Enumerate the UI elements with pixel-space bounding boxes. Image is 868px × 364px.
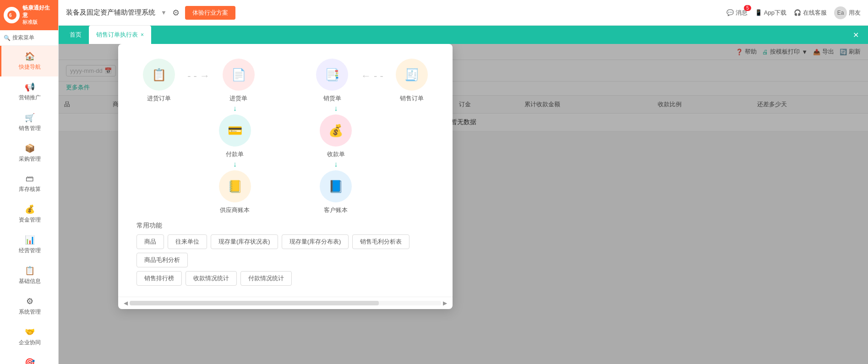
quick-btn-sales-rank[interactable]: 销售排行榜: [136, 271, 182, 286]
sidebar-item-marketing[interactable]: 📢 营销推广: [0, 76, 58, 107]
download-icon: 📱: [755, 9, 762, 16]
sidebar-item-operations[interactable]: 📊 经营管理: [0, 229, 58, 260]
flow-diagram: 📋 进货订单 - - → 📄: [136, 59, 434, 214]
tab-close-button[interactable]: ×: [141, 32, 144, 38]
customer-account-label: 客户账本: [324, 206, 348, 214]
message-action[interactable]: 💬 消息 5: [726, 9, 748, 17]
spacer-v2: [193, 104, 203, 113]
tab-sales-order[interactable]: 销售订单执行表 ×: [89, 26, 151, 44]
sidebar-item-enterprise[interactable]: 🤝 企业协同: [0, 321, 58, 352]
app-download-action[interactable]: 📱 App下载: [755, 9, 786, 17]
scroll-thumb: [130, 301, 379, 305]
arrow-sb-so: ← - -: [361, 70, 383, 82]
quick-btn-product[interactable]: 商品: [136, 234, 164, 249]
sidebar-item-basic-info[interactable]: 📋 基础信息: [0, 260, 58, 291]
receipt-bill-label: 收款单: [327, 150, 345, 158]
flow-item-supplier-account: 📒 供应商账本: [219, 170, 251, 214]
quick-btn-product-profit[interactable]: 商品毛利分析: [136, 253, 188, 267]
supplier-account-circle: 📒: [219, 170, 251, 202]
supplier-account-icon: 📒: [228, 179, 242, 194]
arrow-down-pay: ↓: [219, 160, 251, 168]
purchase-bill-label: 进货单: [229, 94, 247, 103]
app-name: 畅康通好生意: [22, 5, 55, 19]
payment-bill-icon: 💳: [228, 124, 242, 138]
flow-item-sales-bill: 📑 销货单: [316, 59, 348, 103]
inventory-icon: 🗃: [26, 174, 34, 184]
tab-home[interactable]: 首页: [62, 26, 89, 44]
spacer-va2-2: [193, 160, 203, 168]
enterprise-icon: 🤝: [25, 327, 35, 337]
operations-icon: 📊: [25, 235, 35, 245]
system-icon: ⚙: [26, 296, 33, 306]
online-service-action[interactable]: 🎧 在线客服: [794, 9, 827, 17]
sidebar-item-quick-nav[interactable]: 🏠 快捷导航: [0, 46, 58, 76]
spacer-va2-3: [267, 160, 304, 168]
content-body: ❓ 帮助 🖨 按模板打印 ▼ 📤 导出 🔄 刷新: [59, 44, 868, 364]
quick-btn-partner[interactable]: 往来单位: [168, 234, 207, 249]
quick-btn-payment-stats[interactable]: 付款情况统计: [240, 271, 292, 286]
sidebar-item-inventory[interactable]: 🗃 库存核算: [0, 168, 58, 199]
modal-overlay[interactable]: 📋 进货订单 - - → 📄: [59, 44, 868, 364]
spacer-v1: [145, 104, 177, 113]
quick-btn-sales-profit[interactable]: 销售毛利分析表: [352, 234, 409, 249]
sidebar-item-purchase[interactable]: 📦 采购管理: [0, 138, 58, 168]
purchase-bill-circle: 📄: [223, 59, 255, 91]
message-icon: 💬: [726, 9, 734, 16]
scroll-right-arrow[interactable]: ▶: [443, 300, 447, 306]
arrow-po-pb: - - →: [187, 70, 210, 82]
spacer-va2-1: [145, 160, 177, 168]
arrow-down-sb: ↓: [320, 104, 352, 113]
service-icon: 🎧: [794, 9, 801, 16]
sidebar-item-system[interactable]: ⚙ 系统管理: [0, 291, 58, 321]
quick-btn-receipt-stats[interactable]: 收款情况统计: [186, 271, 237, 286]
modal-body: 📋 进货订单 - - → 📄: [118, 44, 453, 297]
sidebar-item-sales[interactable]: 🛒 销售管理: [0, 107, 58, 138]
sales-order-label: 销售订单: [400, 94, 424, 103]
settings-icon[interactable]: ⚙: [172, 8, 180, 18]
flow-item-payment-bill: 💳 付款单: [219, 114, 251, 158]
user-avatar-action[interactable]: Ea 用友: [834, 6, 861, 19]
experience-button[interactable]: 体验行业方案: [185, 6, 235, 20]
quick-nav-icon: 🏠: [25, 51, 35, 61]
sidebar: 6 畅康通好生意 标准版 🔍 搜索菜单 🏠 快捷导航 📢 营销推广 🛒 销售管理: [0, 0, 59, 364]
system-title: 装备及固定资产辅助管理系统: [66, 8, 155, 17]
svg-point-0: [7, 11, 16, 20]
purchase-icon: 📦: [25, 143, 35, 153]
payment-bill-circle: 💳: [219, 114, 251, 147]
dropdown-icon[interactable]: ▼: [161, 9, 167, 16]
customer-account-circle: 📘: [320, 170, 352, 202]
supplier-account-label: 供应商账本: [220, 206, 250, 214]
main-content: 装备及固定资产辅助管理系统 ▼ ⚙ 体验行业方案 💬 消息 5 📱 App下载 …: [59, 0, 868, 364]
flow-modal: 📋 进货订单 - - → 📄: [118, 44, 453, 309]
sales-order-circle: 🧾: [396, 59, 428, 91]
logo-icon: 6: [4, 7, 20, 23]
basic-info-icon: 📋: [25, 266, 35, 276]
flow-item-sales-order: 🧾 销售订单: [396, 59, 428, 103]
quick-buttons-row2: 销售排行榜 收款情况统计 付款情况统计: [136, 271, 434, 286]
scroll-hint: ◀ ▶: [118, 297, 453, 309]
scroll-left-arrow[interactable]: ◀: [124, 300, 128, 306]
scroll-track: [130, 301, 441, 305]
purchase-order-label: 进货订单: [147, 94, 171, 103]
sidebar-item-finance[interactable]: 💰 资金管理: [0, 199, 58, 229]
avatar: Ea: [834, 6, 847, 19]
flow-item-purchase-order: 📋 进货订单: [143, 59, 175, 103]
guide-icon: 🎯: [25, 358, 35, 364]
quick-functions-title: 常用功能: [136, 222, 434, 230]
sales-bill-label: 销货单: [323, 94, 341, 103]
vertical-arrows-row2: ↓ ↓: [136, 158, 434, 170]
receipt-bill-circle: 💰: [320, 114, 352, 147]
topbar-actions: 💬 消息 5 📱 App下载 🎧 在线客服 Ea 用友: [726, 6, 861, 19]
tabbar-close-button[interactable]: ✕: [847, 31, 864, 39]
sidebar-item-guide[interactable]: 🎯 新手引导: [0, 352, 58, 364]
quick-btn-stock-status[interactable]: 现存量(库存状况表): [211, 234, 278, 249]
flow-row2: 💳 付款单 💰 收款单: [136, 114, 434, 158]
quick-btn-stock-dist[interactable]: 现存量(库存分布表): [282, 234, 349, 249]
search-menu[interactable]: 🔍 搜索菜单: [0, 30, 58, 46]
logo: 6 畅康通好生意 标准版: [0, 0, 58, 30]
sales-order-icon: 🧾: [404, 68, 419, 82]
vertical-arrows-row: ↓ ↓: [136, 103, 434, 114]
search-icon: 🔍: [4, 35, 11, 41]
quick-buttons-row1: 商品 往来单位 现存量(库存状况表) 现存量(库存分布表) 销售毛利分析表 商品…: [136, 234, 434, 267]
sidebar-nav: 🏠 快捷导航 📢 营销推广 🛒 销售管理 📦 采购管理 🗃 库存核算 💰: [0, 46, 58, 364]
